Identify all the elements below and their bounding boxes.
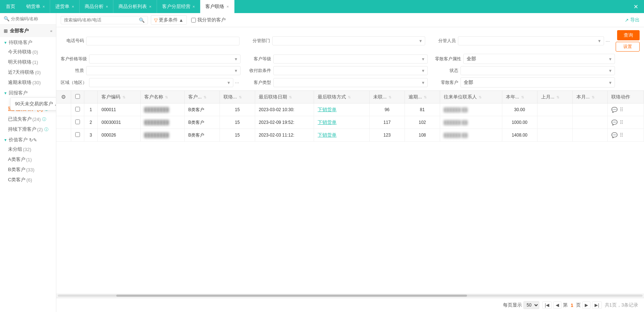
sort-icon-year[interactable]: ⇅ [521, 95, 524, 99]
sort-icon-name[interactable]: ⇅ [165, 95, 168, 99]
tab-customer-tier[interactable]: 客户分层经营 × [157, 0, 200, 13]
filter-select-person[interactable]: ▾ [458, 36, 604, 45]
tab-customer-tier-close[interactable]: × [193, 4, 195, 9]
sort-icon-date[interactable]: ⇅ [289, 95, 292, 99]
my-customers-checkbox[interactable] [191, 18, 196, 23]
row-checkbox-2[interactable] [75, 132, 80, 137]
th-code[interactable]: 客户编码 ⇅ [98, 91, 141, 104]
tab-home[interactable]: 首页 [0, 0, 21, 13]
sidebar-item-overdue-pending[interactable]: 逾期未联络 (30) [0, 77, 56, 88]
tab-goods-analysis-close[interactable]: × [106, 4, 108, 9]
sort-icon-type[interactable]: ⇅ [204, 95, 206, 99]
filter-input-phone[interactable] [86, 37, 240, 45]
sort-icon-contact[interactable]: ⇅ [239, 95, 242, 99]
th-this-year[interactable]: 本年... ⇅ [502, 91, 537, 104]
table-settings-icon[interactable]: ⚙ [61, 94, 66, 100]
filter-search-button[interactable]: 🔍 [139, 17, 145, 23]
th-name[interactable]: 客户名称 ⇅ [140, 91, 184, 104]
sidebar-item-week-pending[interactable]: 近7天待联络 (0) [0, 67, 56, 77]
sort-icon-uncontact[interactable]: ⇅ [389, 95, 391, 99]
filter-select-scattered[interactable]: 全部 ▾ [460, 77, 615, 88]
th-this-month[interactable]: 本月... ⇅ [572, 91, 608, 104]
filter-select-customer-type[interactable]: ▾ [273, 78, 428, 87]
action-chat-icon-1[interactable]: 💬 [611, 119, 617, 125]
filter-more-conditions[interactable]: ▽ 更多条件 ▲ [151, 15, 187, 25]
tab-customer-contact[interactable]: 客户联络 × [200, 0, 234, 13]
filter-select-dept[interactable]: ▾ [272, 36, 426, 45]
th-last-month[interactable]: 上月... ⇅ [537, 91, 572, 104]
last-contact-way-link-0[interactable]: 下销货单 [318, 107, 337, 112]
th-un-contact[interactable]: 未联... ⇅ [370, 91, 405, 104]
action-more-icon-0[interactable]: ⠿ [620, 107, 623, 113]
tab-purchase[interactable]: 进货单 × [50, 0, 79, 13]
action-chat-icon-2[interactable]: 💬 [611, 132, 617, 138]
more-btn-person[interactable]: ··· [604, 38, 611, 44]
sidebar-item-tomorrow-pending[interactable]: 明天待联络 (1) [0, 57, 56, 67]
sidebar-item-c-class[interactable]: C类客户 (6) [0, 175, 56, 185]
horizontal-scrollbar[interactable] [56, 293, 644, 298]
filter-select-payment[interactable]: ▾ [273, 66, 428, 75]
setting-button[interactable]: 设置 [616, 42, 640, 52]
sidebar-collapse-btn[interactable]: « [50, 29, 52, 33]
action-more-icon-1[interactable]: ⠿ [620, 119, 623, 125]
sidebar-item-a-class[interactable]: A类客户 (1) [0, 154, 56, 165]
sort-icon-code[interactable]: ⇅ [122, 95, 125, 99]
row-checkbox-0[interactable] [75, 107, 80, 112]
export-icon: ↗ [625, 17, 629, 23]
select-all-checkbox[interactable] [75, 94, 80, 99]
filter-select-price-grade[interactable]: ▾ [89, 54, 241, 64]
tab-sales-close[interactable]: × [43, 4, 45, 9]
filter-select-customer-grade[interactable]: ▾ [273, 54, 428, 64]
sort-icon-lmonth[interactable]: ⇅ [556, 95, 559, 99]
page-size-select[interactable]: 50 [523, 301, 539, 309]
value-edit-icon[interactable]: ✎ [33, 137, 37, 143]
sidebar-group-value[interactable]: ▼ 价值客户 ↻ ✎ [0, 134, 56, 144]
sort-icon-month[interactable]: ⇅ [592, 95, 595, 99]
sidebar-item-declining[interactable]: 持续下滑客户 (2) ⓘ [0, 124, 56, 134]
window-close-button[interactable]: ✕ [628, 0, 644, 13]
filter-select-status[interactable]: ▾ [460, 66, 615, 75]
tab-sales[interactable]: 销货单 × [21, 0, 50, 13]
sidebar-item-already-lost[interactable]: 已流失客户 (24) ⓘ [0, 114, 56, 124]
filter-select-region[interactable]: ▾ [89, 78, 233, 87]
scroll-thumb[interactable] [116, 295, 467, 297]
tab-goods-analysis-list-close[interactable]: × [149, 4, 151, 9]
sidebar-search-input[interactable] [11, 16, 52, 21]
sidebar-item-b-class[interactable]: B类客户 (33) [0, 165, 56, 175]
filter-select-nature[interactable]: ▾ [86, 66, 241, 75]
sidebar-group-pending[interactable]: ▼ 待联络客户 [0, 37, 56, 47]
last-contact-way-link-1[interactable]: 下销货单 [318, 119, 337, 125]
action-more-icon-2[interactable]: ⠿ [620, 132, 623, 138]
tab-purchase-close[interactable]: × [72, 4, 74, 9]
th-type[interactable]: 客户... ⇅ [185, 91, 220, 104]
value-refresh-icon[interactable]: ↻ [29, 137, 33, 143]
sidebar-all-customers[interactable]: ⊞ 全部客户 « [0, 25, 56, 37]
page-next-btn[interactable]: ▶ [582, 301, 591, 309]
tab-goods-analysis-list[interactable]: 商品分析列表 × [113, 0, 157, 13]
tab-goods-analysis[interactable]: 商品分析 × [80, 0, 113, 13]
sidebar-item-ungrouped[interactable]: 未分组 (32) [0, 144, 56, 154]
row-checkbox-1[interactable] [75, 119, 80, 124]
th-overdue[interactable]: 逾期... ⇅ [405, 91, 440, 104]
filter-select-scattered-attr[interactable]: 全部 ▾ [463, 54, 615, 64]
my-customers-checkbox-label[interactable]: 我分管的客户 [191, 17, 226, 23]
sidebar-item-today-pending[interactable]: 今天待联络 (0) [0, 47, 56, 57]
filter-search-input[interactable] [64, 17, 139, 23]
sort-icon-way[interactable]: ⇅ [348, 95, 351, 99]
th-last-contact-way[interactable]: 最后联络方式 ⇅ [314, 91, 370, 104]
export-button[interactable]: ↗ 导出 [625, 17, 640, 23]
action-chat-icon-0[interactable]: 💬 [611, 107, 617, 113]
th-unit-contact[interactable]: 往来单位联系人 ⇅ [440, 91, 502, 104]
sidebar-group-lost[interactable]: ▼ 回报客户 [0, 88, 56, 97]
tab-customer-contact-close[interactable]: × [226, 4, 229, 9]
sort-icon-overdue[interactable]: ⇅ [424, 95, 427, 99]
th-contact[interactable]: 联络... ⇅ [220, 91, 255, 104]
page-first-btn[interactable]: |◀ [542, 301, 552, 309]
sort-icon-unit[interactable]: ⇅ [479, 95, 482, 99]
last-contact-way-link-2[interactable]: 下销货单 [318, 132, 337, 138]
more-btn-region[interactable]: ··· [233, 80, 241, 85]
page-last-btn[interactable]: ▶| [592, 301, 601, 309]
page-prev-btn[interactable]: ◀ [553, 301, 562, 309]
th-last-contact-date[interactable]: 最后联络日期 ⇅ [255, 91, 314, 104]
query-button[interactable]: 查询 [617, 30, 640, 40]
